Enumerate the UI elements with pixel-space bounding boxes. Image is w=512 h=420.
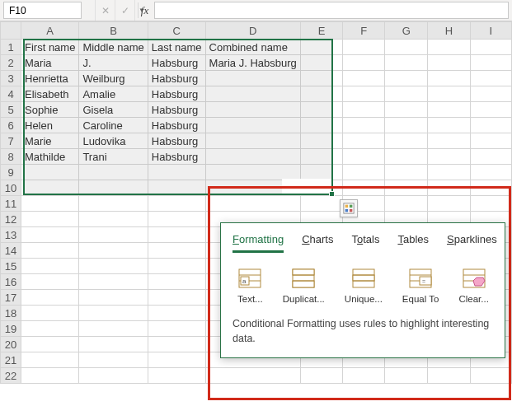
cell[interactable] bbox=[79, 180, 148, 196]
cell[interactable]: Henrietta bbox=[21, 71, 79, 86]
qa-option-text[interactable]: aText... bbox=[237, 268, 263, 304]
cell[interactable] bbox=[300, 118, 342, 133]
cell[interactable]: Ludovika bbox=[79, 133, 148, 149]
cell[interactable] bbox=[300, 55, 342, 71]
cell[interactable] bbox=[148, 290, 205, 306]
cell[interactable] bbox=[343, 133, 385, 149]
cell[interactable]: Marie bbox=[21, 133, 79, 149]
cell[interactable]: Habsburg bbox=[148, 118, 205, 133]
cell[interactable]: Habsburg bbox=[148, 133, 205, 149]
col-header-B[interactable]: B bbox=[79, 22, 148, 40]
row-header[interactable]: 2 bbox=[1, 55, 21, 71]
cell[interactable] bbox=[470, 149, 511, 165]
cell[interactable] bbox=[470, 118, 511, 133]
cell[interactable] bbox=[470, 55, 511, 71]
qa-tab-charts[interactable]: Charts bbox=[302, 231, 333, 252]
col-header-E[interactable]: E bbox=[300, 22, 342, 40]
row-header[interactable]: 19 bbox=[1, 321, 21, 337]
cell[interactable]: Amalie bbox=[79, 86, 148, 102]
cell[interactable] bbox=[21, 243, 79, 259]
qa-option-clear[interactable]: Clear... bbox=[458, 268, 488, 304]
qa-tab-formatting[interactable]: Formatting bbox=[233, 231, 284, 253]
cell[interactable] bbox=[300, 133, 342, 149]
cell[interactable] bbox=[79, 212, 148, 227]
cell[interactable] bbox=[79, 290, 148, 306]
cell[interactable] bbox=[343, 40, 385, 55]
cell[interactable] bbox=[428, 55, 471, 71]
cell[interactable] bbox=[79, 243, 148, 259]
row-header[interactable]: 8 bbox=[1, 149, 21, 165]
col-header-A[interactable]: A bbox=[21, 22, 79, 40]
row-header[interactable]: 20 bbox=[1, 337, 21, 352]
cell[interactable] bbox=[79, 165, 148, 180]
cell[interactable]: Habsburg bbox=[148, 86, 205, 102]
cell[interactable] bbox=[300, 165, 342, 180]
row-header[interactable]: 5 bbox=[1, 102, 21, 118]
cell[interactable] bbox=[148, 196, 205, 212]
cell[interactable] bbox=[21, 196, 79, 212]
cell[interactable]: Combined name bbox=[205, 40, 300, 55]
cell[interactable]: Middle name bbox=[79, 40, 148, 55]
cell[interactable]: Maria J. Habsburg bbox=[205, 55, 300, 71]
row-header[interactable]: 9 bbox=[1, 165, 21, 180]
cell[interactable] bbox=[148, 337, 205, 352]
cell[interactable] bbox=[385, 40, 428, 55]
cell[interactable]: Habsburg bbox=[148, 55, 205, 71]
row-header[interactable]: 14 bbox=[1, 243, 21, 259]
cell[interactable] bbox=[300, 149, 342, 165]
cell[interactable] bbox=[79, 196, 148, 212]
cell[interactable] bbox=[428, 118, 471, 133]
cell[interactable] bbox=[428, 71, 471, 86]
cell[interactable] bbox=[148, 243, 205, 259]
cell[interactable] bbox=[148, 212, 205, 227]
cell[interactable] bbox=[343, 71, 385, 86]
cell[interactable] bbox=[343, 165, 385, 180]
cell[interactable] bbox=[470, 165, 511, 180]
cell[interactable] bbox=[428, 102, 471, 118]
row-header[interactable]: 6 bbox=[1, 118, 21, 133]
cell[interactable] bbox=[21, 337, 79, 352]
cell[interactable] bbox=[205, 102, 300, 118]
cell[interactable] bbox=[79, 321, 148, 337]
row-header[interactable]: 15 bbox=[1, 259, 21, 274]
qa-option-equalto[interactable]: =Equal To bbox=[402, 268, 439, 304]
cell[interactable] bbox=[148, 165, 205, 180]
row-header[interactable]: 22 bbox=[1, 368, 21, 384]
cell[interactable] bbox=[79, 227, 148, 243]
cell[interactable] bbox=[205, 165, 300, 180]
cell[interactable] bbox=[428, 86, 471, 102]
cell[interactable] bbox=[205, 86, 300, 102]
cell[interactable] bbox=[148, 368, 205, 384]
cell[interactable]: Trani bbox=[79, 149, 148, 165]
cell[interactable]: Elisabeth bbox=[21, 86, 79, 102]
cell[interactable] bbox=[148, 227, 205, 243]
cell[interactable] bbox=[21, 352, 79, 368]
col-header-G[interactable]: G bbox=[385, 22, 428, 40]
cell[interactable]: Weilburg bbox=[79, 71, 148, 86]
cell[interactable] bbox=[385, 118, 428, 133]
cell[interactable] bbox=[148, 274, 205, 290]
cell[interactable] bbox=[385, 133, 428, 149]
cell[interactable] bbox=[470, 40, 511, 55]
row-header[interactable]: 3 bbox=[1, 71, 21, 86]
cell[interactable] bbox=[205, 118, 300, 133]
cell[interactable] bbox=[205, 71, 300, 86]
cell[interactable] bbox=[385, 86, 428, 102]
cell[interactable] bbox=[21, 165, 79, 180]
cell[interactable] bbox=[148, 306, 205, 321]
formula-input[interactable] bbox=[154, 2, 509, 19]
cell[interactable] bbox=[79, 306, 148, 321]
col-header-I[interactable]: I bbox=[470, 22, 511, 40]
cell[interactable] bbox=[300, 86, 342, 102]
row-header[interactable]: 10 bbox=[1, 180, 21, 196]
cell[interactable]: Maria bbox=[21, 55, 79, 71]
cell[interactable] bbox=[300, 71, 342, 86]
cell[interactable] bbox=[79, 274, 148, 290]
cell[interactable] bbox=[470, 102, 511, 118]
cell[interactable] bbox=[470, 133, 511, 149]
cell[interactable] bbox=[79, 259, 148, 274]
cell[interactable] bbox=[21, 368, 79, 384]
row-header[interactable]: 16 bbox=[1, 274, 21, 290]
col-header-C[interactable]: C bbox=[148, 22, 205, 40]
col-header-F[interactable]: F bbox=[343, 22, 385, 40]
